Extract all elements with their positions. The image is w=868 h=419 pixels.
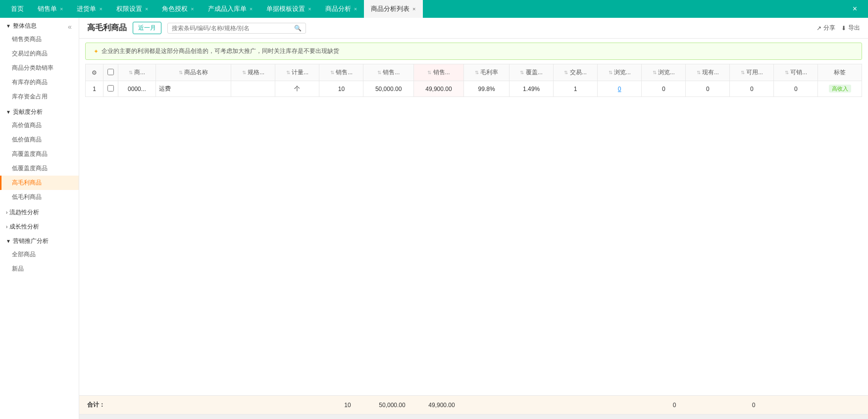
cell-sales-profit: 49,900.00 bbox=[413, 81, 463, 97]
sidebar-item-sales-products[interactable]: 销售类商品 bbox=[0, 32, 79, 47]
horizontal-scrollbar[interactable] bbox=[79, 414, 868, 419]
share-button[interactable]: ↗ 分享 bbox=[817, 24, 835, 32]
footer-total-saleable: 0 bbox=[734, 402, 773, 409]
search-box[interactable]: 🔍 bbox=[167, 23, 306, 34]
col-browse2[interactable]: ⇅ 浏览... bbox=[642, 64, 686, 81]
col-transaction[interactable]: ⇅ 交易... bbox=[554, 64, 598, 81]
info-banner: ✦ 企业的主要的利润都是这部分商品创造的，可考虑加大推广，同时关注库存是不要出现… bbox=[85, 43, 862, 60]
close-product-analysis[interactable]: × bbox=[354, 6, 357, 12]
table-container[interactable]: ⚙ ⇅ 商... ⇅ 商品名称 bbox=[79, 64, 868, 395]
expand-arrow-contribution: ▼ bbox=[6, 109, 11, 115]
col-coverage[interactable]: ⇅ 覆盖... bbox=[510, 64, 554, 81]
col-settings[interactable]: ⚙ bbox=[86, 64, 103, 81]
cell-sales-qty: 10 bbox=[319, 81, 363, 97]
sidebar-item-all-products[interactable]: 全部商品 bbox=[0, 247, 79, 262]
main-area: « ▼ 整体信息 销售类商品 交易过的商品 商品分类助销率 有库存的商品 库存资… bbox=[0, 18, 868, 419]
content-panel: 高毛利商品 近一月 🔍 ↗ 分享 ⬇ 导出 ✦ 企业的主要的利润都是这部分商品创… bbox=[79, 18, 868, 419]
top-navigation: 首页 销售单 × 进货单 × 权限设置 × 角色授权 × 产成品入库单 × 单据… bbox=[0, 0, 868, 18]
export-icon: ⬇ bbox=[841, 25, 846, 32]
col-current-stock[interactable]: ⇅ 现有... bbox=[686, 64, 730, 81]
col-spec[interactable]: ⇅ 规格... bbox=[231, 64, 275, 81]
close-role-auth[interactable]: × bbox=[191, 6, 194, 12]
sidebar-collapse-button[interactable]: « bbox=[65, 22, 75, 32]
sidebar-group-marketing[interactable]: ▼ 营销推广分析 bbox=[0, 233, 79, 247]
nav-sales-order[interactable]: 销售单 × bbox=[31, 0, 70, 18]
panel-header: 高毛利商品 近一月 🔍 ↗ 分享 ⬇ 导出 bbox=[79, 18, 868, 39]
share-icon: ↗ bbox=[817, 25, 821, 32]
col-saleable[interactable]: ⇅ 可销... bbox=[774, 64, 818, 81]
cell-unit: 个 bbox=[275, 81, 319, 97]
sidebar-item-low-value[interactable]: 低价值商品 bbox=[0, 133, 79, 147]
nav-product-analysis[interactable]: 商品分析 × bbox=[318, 0, 364, 18]
col-unit[interactable]: ⇅ 计量... bbox=[275, 64, 319, 81]
close-sales-order[interactable]: × bbox=[60, 6, 63, 12]
nav-template-settings[interactable]: 单据模板设置 × bbox=[259, 0, 318, 18]
sidebar-item-stock-capital[interactable]: 库存资金占用 bbox=[0, 90, 79, 104]
close-product-analysis-list[interactable]: × bbox=[412, 6, 415, 12]
sidebar-item-new-products[interactable]: 新品 bbox=[0, 262, 79, 276]
col-checkbox[interactable] bbox=[103, 64, 118, 81]
window-close-button[interactable]: × bbox=[846, 0, 864, 18]
header-actions: ↗ 分享 ⬇ 导出 bbox=[817, 24, 860, 32]
expand-arrow-overall: ▼ bbox=[6, 23, 11, 29]
sidebar-group-growth[interactable]: › 成长性分析 bbox=[0, 219, 79, 233]
table-row[interactable]: 1 0000... 运费 个 10 50,000.00 49,900.00 99… bbox=[86, 81, 862, 97]
footer-total-stock: 0 bbox=[655, 402, 694, 409]
expand-arrow-trend: › bbox=[6, 210, 7, 215]
nav-product-analysis-list[interactable]: 商品分析列表 × bbox=[364, 0, 422, 18]
cell-browse1[interactable]: 0 bbox=[598, 81, 642, 97]
cell-spec bbox=[231, 81, 275, 97]
close-purchase-order[interactable]: × bbox=[99, 6, 102, 12]
footer-total-bar: 合计： 10 50,000.00 49,900.00 0 0 bbox=[79, 395, 868, 414]
sidebar-item-high-value[interactable]: 高价值商品 bbox=[0, 118, 79, 133]
cell-current-stock: 0 bbox=[686, 81, 730, 97]
expand-arrow-marketing: ▼ bbox=[6, 238, 11, 244]
col-sales-qty[interactable]: ⇅ 销售... bbox=[319, 64, 363, 81]
cell-coverage: 1.49% bbox=[510, 81, 554, 97]
cell-margin-rate: 99.8% bbox=[464, 81, 510, 97]
cell-checkbox[interactable] bbox=[103, 81, 118, 97]
sidebar-item-in-stock-products[interactable]: 有库存的商品 bbox=[0, 75, 79, 90]
table-header-row: ⚙ ⇅ 商... ⇅ 商品名称 bbox=[86, 64, 862, 81]
nav-role-auth[interactable]: 角色授权 × bbox=[155, 0, 201, 18]
cell-index: 1 bbox=[86, 81, 103, 97]
close-product-inbound[interactable]: × bbox=[250, 6, 253, 12]
col-product-name[interactable]: ⇅ 商品名称 bbox=[155, 64, 231, 81]
footer-total-profit: 49,900.00 bbox=[417, 402, 466, 409]
date-filter-button[interactable]: 近一月 bbox=[133, 22, 161, 34]
cell-saleable: 0 bbox=[774, 81, 818, 97]
sidebar-group-contribution[interactable]: ▼ 贡献度分析 bbox=[0, 104, 79, 118]
sidebar-item-low-coverage[interactable]: 低覆盖度商品 bbox=[0, 161, 79, 176]
export-button[interactable]: ⬇ 导出 bbox=[841, 24, 860, 32]
col-sales-profit[interactable]: ⇅ 销售... bbox=[413, 64, 463, 81]
cell-available: 0 bbox=[730, 81, 774, 97]
search-input[interactable] bbox=[172, 25, 292, 32]
cell-tag: 高收入 bbox=[818, 81, 862, 97]
cell-transaction: 1 bbox=[554, 81, 598, 97]
nav-home[interactable]: 首页 bbox=[4, 0, 31, 18]
col-available[interactable]: ⇅ 可用... bbox=[730, 64, 774, 81]
col-sales-amount[interactable]: ⇅ 销售... bbox=[363, 64, 413, 81]
sidebar-item-traded-products[interactable]: 交易过的商品 bbox=[0, 47, 79, 61]
sidebar-item-high-margin[interactable]: 高毛利商品 bbox=[0, 176, 79, 190]
close-template-settings[interactable]: × bbox=[308, 6, 311, 12]
nav-permission-settings[interactable]: 权限设置 × bbox=[109, 0, 155, 18]
select-all-checkbox[interactable] bbox=[107, 69, 114, 75]
sidebar-item-high-coverage[interactable]: 高覆盖度商品 bbox=[0, 147, 79, 161]
col-browse1[interactable]: ⇅ 浏览... bbox=[598, 64, 642, 81]
col-tag[interactable]: 标签 bbox=[818, 64, 862, 81]
nav-product-inbound[interactable]: 产成品入库单 × bbox=[201, 0, 259, 18]
data-table: ⚙ ⇅ 商... ⇅ 商品名称 bbox=[85, 64, 862, 97]
sidebar-item-low-margin[interactable]: 低毛利商品 bbox=[0, 190, 79, 204]
close-permission-settings[interactable]: × bbox=[145, 6, 148, 12]
cell-sales-amount: 50,000.00 bbox=[363, 81, 413, 97]
col-margin-rate[interactable]: ⇅ 毛利率 bbox=[464, 64, 510, 81]
search-icon[interactable]: 🔍 bbox=[294, 25, 302, 32]
col-sku-code[interactable]: ⇅ 商... bbox=[118, 64, 156, 81]
sidebar-item-category-assist-rate[interactable]: 商品分类助销率 bbox=[0, 61, 79, 75]
footer-total-qty: 10 bbox=[328, 402, 367, 409]
footer-total-amount: 50,000.00 bbox=[367, 402, 417, 409]
sidebar-group-trend[interactable]: › 流趋性分析 bbox=[0, 204, 79, 219]
nav-purchase-order[interactable]: 进货单 × bbox=[70, 0, 109, 18]
expand-arrow-growth: › bbox=[6, 224, 7, 230]
